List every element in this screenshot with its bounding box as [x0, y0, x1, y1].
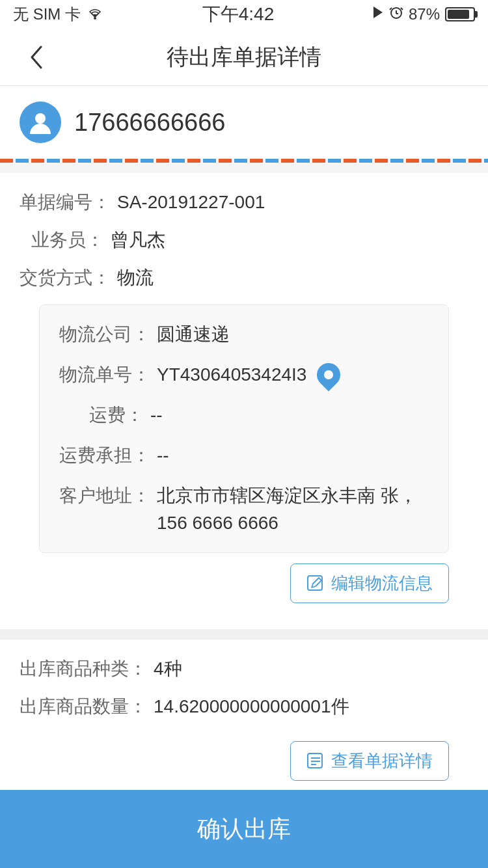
sales-rep-value: 曾凡杰: [111, 226, 468, 254]
edit-icon: [306, 575, 325, 593]
status-bar-time: 下午4:42: [202, 2, 275, 27]
edit-logistics-btn-container: 编辑物流信息: [20, 553, 468, 614]
status-bar-right: 87%: [372, 5, 475, 23]
nav-bar: 待出库单据详情: [0, 29, 488, 86]
freight-bearer-label: 运费承担：: [59, 442, 150, 469]
goods-quantity-row: 出库商品数量： 14.620000000000001件: [20, 693, 468, 720]
svg-point-0: [94, 17, 96, 20]
svg-point-4: [35, 113, 46, 124]
confirm-btn-bar[interactable]: 确认出库: [0, 790, 488, 868]
wifi-icon: [86, 5, 104, 23]
address-row: 客户地址： 北京市市辖区海淀区永丰南 张，156 6666 6666: [59, 482, 429, 537]
logistics-company-value: 圆通速递: [157, 321, 429, 348]
logistics-section: 物流公司： 圆通速递 物流单号： YT43064053424I3 运费： -- …: [39, 305, 449, 553]
sales-rep-label: 业务员：: [20, 226, 104, 254]
section-divider: [0, 629, 488, 640]
customer-avatar: [20, 102, 61, 143]
order-info-section: 单据编号： SA-20191227-001 业务员： 曾凡杰 交货方式： 物流 …: [0, 173, 488, 629]
view-detail-button[interactable]: 查看单据详情: [290, 741, 449, 781]
order-no-label: 单据编号：: [20, 189, 111, 216]
freight-bearer-value: --: [157, 442, 429, 469]
tracking-no-row: 物流单号： YT43064053424I3: [59, 361, 429, 388]
goods-quantity-value: 14.620000000000001件: [154, 693, 468, 720]
tracking-no-value: YT43064053424I3: [157, 361, 429, 388]
goods-types-label: 出库商品种类：: [20, 655, 147, 683]
address-label: 客户地址：: [59, 482, 150, 509]
sales-rep-row: 业务员： 曾凡杰: [20, 226, 468, 254]
tracking-no-label: 物流单号：: [59, 361, 150, 388]
order-no-value: SA-20191227-001: [117, 189, 468, 216]
battery-icon: [445, 7, 475, 21]
carrier-label: 无 SIM 卡: [13, 4, 81, 25]
customer-phone: 17666666666: [74, 109, 225, 137]
order-no-row: 单据编号： SA-20191227-001: [20, 189, 468, 216]
tracking-location-icon[interactable]: [312, 359, 346, 392]
alarm-icon: [389, 5, 403, 23]
main-content: 17666666666 单据编号： SA-20191227-001 业务员： 曾…: [0, 86, 488, 868]
address-value: 北京市市辖区海淀区永丰南 张，156 6666 6666: [157, 482, 429, 537]
delivery-method-value: 物流: [117, 264, 468, 292]
dashed-separator: [0, 159, 488, 163]
list-icon: [306, 752, 325, 770]
view-detail-btn-container: 查看单据详情: [20, 731, 468, 791]
logistics-company-row: 物流公司： 圆通速递: [59, 321, 429, 348]
page-title: 待出库单据详情: [52, 42, 436, 72]
freight-value: --: [150, 401, 429, 429]
back-button[interactable]: [20, 41, 52, 74]
goods-section: 出库商品种类： 4种 出库商品数量： 14.620000000000001件 查…: [0, 640, 488, 807]
battery-percentage: 87%: [409, 5, 440, 23]
goods-quantity-label: 出库商品数量：: [20, 693, 147, 720]
goods-types-row: 出库商品种类： 4种: [20, 655, 468, 683]
freight-bearer-row: 运费承担： --: [59, 442, 429, 469]
status-bar: 无 SIM 卡 下午4:42 87%: [0, 0, 488, 29]
freight-row: 运费： --: [59, 401, 429, 429]
svg-rect-5: [308, 576, 322, 590]
delivery-method-row: 交货方式： 物流: [20, 264, 468, 292]
location-status-icon: [372, 5, 384, 23]
confirm-btn-label: 确认出库: [197, 813, 291, 845]
customer-header: 17666666666: [0, 86, 488, 159]
goods-types-value: 4种: [154, 655, 468, 683]
logistics-company-label: 物流公司：: [59, 321, 150, 348]
status-bar-left: 无 SIM 卡: [13, 4, 104, 25]
delivery-method-label: 交货方式：: [20, 264, 111, 292]
freight-label: 运费：: [59, 401, 144, 429]
edit-logistics-button[interactable]: 编辑物流信息: [290, 563, 449, 603]
